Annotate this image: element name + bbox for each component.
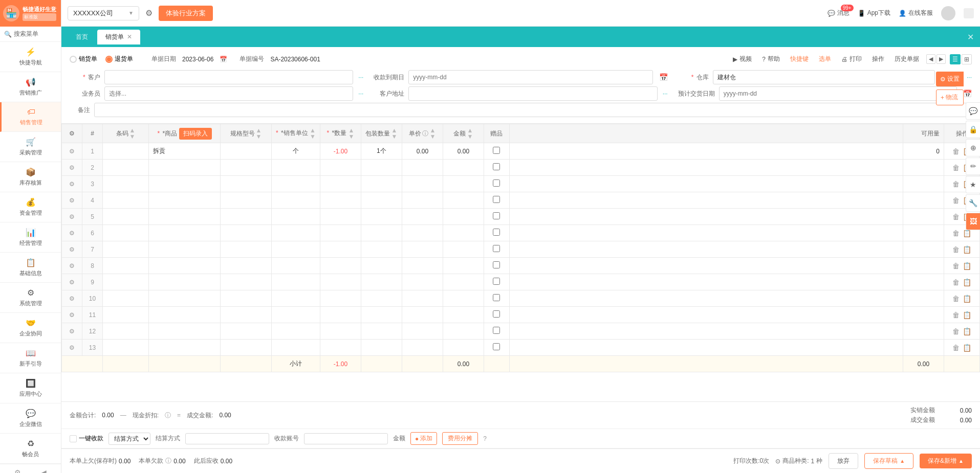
app-download-button[interactable]: 📱 App下载 bbox=[858, 9, 890, 17]
row-qty-12[interactable] bbox=[320, 340, 361, 356]
sidebar-item-collab[interactable]: 🤝 企业协同 bbox=[0, 313, 61, 343]
row-product-8[interactable] bbox=[149, 274, 221, 290]
row-price-6[interactable] bbox=[402, 241, 443, 258]
right-sidebar-chat-icon[interactable]: 💬 bbox=[966, 102, 980, 120]
sidebar-item-quick-nav[interactable]: ⚡ 快捷导航 bbox=[0, 42, 61, 72]
topbar-gear-icon[interactable]: ⚙ bbox=[143, 6, 155, 20]
action-select[interactable]: 选单 bbox=[816, 53, 834, 65]
view-grid-icon[interactable]: ⊞ bbox=[962, 54, 972, 64]
sidebar-settings-icon[interactable]: ⚙ bbox=[14, 468, 21, 473]
salesperson-more-icon[interactable]: ··· bbox=[358, 90, 363, 97]
row-gift-10[interactable] bbox=[484, 307, 509, 323]
expected-delivery-calendar-icon[interactable]: 📅 bbox=[963, 89, 972, 98]
radio-return-order[interactable]: 退货单 bbox=[105, 55, 133, 63]
row-product-10[interactable] bbox=[149, 307, 221, 323]
row-product-3[interactable] bbox=[149, 192, 221, 209]
tab-close-icon[interactable]: ✕ bbox=[127, 33, 132, 40]
sidebar-item-business[interactable]: 📊 经营管理 bbox=[0, 222, 61, 253]
action-shortcut[interactable]: 快捷键 bbox=[787, 53, 812, 65]
row-product-6[interactable] bbox=[149, 241, 221, 258]
payment-method-select[interactable]: 结算方式 bbox=[108, 433, 150, 445]
sidebar-item-marketing[interactable]: 📢 营销推广 bbox=[0, 72, 61, 102]
row-qty-4[interactable] bbox=[320, 209, 361, 225]
row-gift-3[interactable] bbox=[484, 192, 509, 209]
message-button[interactable]: 💬 消息 99+ bbox=[827, 9, 850, 17]
row-delete-icon-10[interactable]: 🗑 bbox=[952, 311, 960, 319]
row-price-10[interactable] bbox=[402, 307, 443, 323]
row-gift-2[interactable] bbox=[484, 176, 509, 192]
customer-addr-input[interactable] bbox=[408, 86, 657, 101]
row-qty-2[interactable] bbox=[320, 176, 361, 192]
sidebar-collapse-icon[interactable]: ◀ bbox=[41, 468, 47, 473]
row-gift-0[interactable] bbox=[484, 143, 509, 160]
scan-button[interactable]: 扫码录入 bbox=[179, 128, 212, 140]
view-list-icon[interactable]: ☰ bbox=[950, 54, 961, 64]
nav-next-icon[interactable]: ▶ bbox=[937, 54, 946, 64]
action-video[interactable]: ▶ 视频 bbox=[730, 53, 755, 65]
row-product-11[interactable] bbox=[149, 323, 221, 340]
row-product-0[interactable]: 拆贡 bbox=[149, 143, 221, 160]
row-copy-icon-6[interactable]: 📋 bbox=[963, 245, 971, 254]
row-qty-5[interactable] bbox=[320, 225, 361, 241]
row-product-7[interactable] bbox=[149, 258, 221, 274]
save-draft-button[interactable]: 保存草稿 ▲ bbox=[864, 453, 913, 469]
row-gift-1[interactable] bbox=[484, 160, 509, 176]
row-price-0[interactable]: 0.00 bbox=[402, 143, 443, 160]
row-gift-11[interactable] bbox=[484, 323, 509, 340]
row-price-4[interactable] bbox=[402, 209, 443, 225]
logistics-button[interactable]: + 物流 bbox=[936, 89, 964, 105]
row-price-11[interactable] bbox=[402, 323, 443, 340]
right-sidebar-lock-icon[interactable]: 🔒 bbox=[966, 121, 980, 138]
trial-button[interactable]: 体验行业方案 bbox=[159, 6, 213, 21]
row-price-3[interactable] bbox=[402, 192, 443, 209]
row-delete-icon-5[interactable]: 🗑 bbox=[952, 229, 960, 237]
one-click-payment-checkbox[interactable]: 一键收款 bbox=[70, 434, 103, 443]
row-price-2[interactable] bbox=[402, 176, 443, 192]
row-qty-10[interactable] bbox=[320, 307, 361, 323]
row-gift-7[interactable] bbox=[484, 258, 509, 274]
row-qty-8[interactable] bbox=[320, 274, 361, 290]
row-delete-icon-0[interactable]: 🗑 bbox=[952, 147, 960, 155]
action-history[interactable]: 历史单据 bbox=[891, 53, 922, 65]
action-print[interactable]: 🖨 打印 bbox=[838, 53, 865, 65]
row-delete-icon-4[interactable]: 🗑 bbox=[952, 213, 960, 221]
close-all-tabs-icon[interactable]: ✕ bbox=[967, 32, 974, 42]
right-sidebar-image-icon[interactable]: 🖼 bbox=[966, 213, 980, 230]
sidebar-item-system[interactable]: ⚙ 系统管理 bbox=[0, 283, 61, 313]
sidebar-item-purchase[interactable]: 🛒 采购管理 bbox=[0, 132, 61, 162]
receive-date-calendar-icon[interactable]: 📅 bbox=[659, 73, 668, 81]
row-copy-icon-12[interactable]: 📋 bbox=[963, 344, 971, 352]
sidebar-search[interactable]: 🔍 搜索菜单 bbox=[0, 27, 61, 42]
sidebar-item-wechat[interactable]: 💬 企业微信 bbox=[0, 403, 61, 434]
action-help[interactable]: ? 帮助 bbox=[759, 53, 783, 65]
discount-info-icon[interactable]: ⓘ bbox=[165, 411, 171, 420]
company-selector[interactable]: XXXXXX公司 ▼ bbox=[68, 6, 139, 20]
right-sidebar-zoom-icon[interactable]: ⊕ bbox=[966, 139, 980, 156]
sidebar-item-guide[interactable]: 📖 新手引导 bbox=[0, 343, 61, 373]
row-delete-icon-6[interactable]: 🗑 bbox=[952, 245, 960, 254]
row-product-12[interactable] bbox=[149, 340, 221, 356]
save-new-button[interactable]: 保存&新增 ▲ bbox=[920, 454, 972, 468]
payment-help-icon[interactable]: ? bbox=[483, 435, 487, 442]
sidebar-item-finance[interactable]: 💰 资金管理 bbox=[0, 192, 61, 222]
row-qty-0[interactable]: -1.00 bbox=[320, 143, 361, 160]
row-product-5[interactable] bbox=[149, 225, 221, 241]
row-gift-5[interactable] bbox=[484, 225, 509, 241]
row-price-7[interactable] bbox=[402, 258, 443, 274]
row-delete-icon-8[interactable]: 🗑 bbox=[952, 278, 960, 286]
row-price-1[interactable] bbox=[402, 160, 443, 176]
abandon-button[interactable]: 放弃 bbox=[829, 453, 858, 469]
right-sidebar-star-icon[interactable]: ★ bbox=[966, 176, 980, 193]
row-product-1[interactable] bbox=[149, 160, 221, 176]
th-settings[interactable]: ⚙ bbox=[62, 124, 82, 143]
customer-addr-more-icon[interactable]: ··· bbox=[663, 90, 668, 97]
row-delete-icon-1[interactable]: 🗑 bbox=[952, 164, 960, 172]
user-avatar[interactable] bbox=[941, 6, 955, 20]
row-product-2[interactable] bbox=[149, 176, 221, 192]
row-delete-icon-3[interactable]: 🗑 bbox=[952, 196, 960, 205]
right-sidebar-edit-icon[interactable]: ✏ bbox=[966, 157, 980, 175]
row-delete-icon-11[interactable]: 🗑 bbox=[952, 327, 960, 335]
warehouse-input[interactable] bbox=[713, 70, 935, 84]
row-product-9[interactable] bbox=[149, 290, 221, 307]
customer-more-icon[interactable]: ··· bbox=[358, 74, 363, 81]
